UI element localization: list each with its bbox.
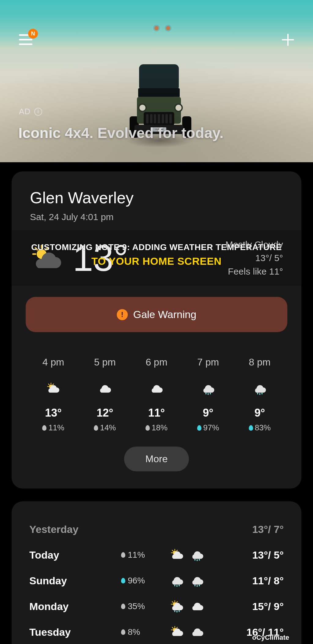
hour-icon	[131, 376, 182, 401]
decor-jeep: 1NJ 749	[131, 64, 190, 144]
hour-time: 4 pm	[28, 357, 79, 368]
hour-column[interactable]: 8 pm 9° 83%	[234, 357, 285, 432]
svg-line-8	[49, 384, 50, 385]
hour-temp: 9°	[182, 406, 234, 419]
day-hilo: 15°/ 9°	[231, 601, 284, 612]
precip-drop-icon	[121, 604, 125, 609]
hour-precip: 97%	[182, 423, 234, 432]
day-label: Sunday	[29, 575, 121, 587]
hour-precip: 11%	[28, 423, 79, 432]
svg-point-11	[208, 393, 209, 395]
ad-tag: AD	[19, 107, 31, 116]
add-location-button[interactable]	[282, 34, 294, 46]
hour-time: 6 pm	[131, 357, 182, 368]
location-name: Glen Waverley	[30, 189, 283, 207]
svg-point-22	[197, 559, 198, 561]
daily-forecast: Yesterday 13°/ 7° Today 11% 13°/ 5° Sund…	[12, 501, 301, 644]
day-icons	[170, 600, 231, 612]
hour-icon	[234, 376, 285, 401]
hour-icon	[28, 376, 79, 401]
day-icon-day	[170, 600, 184, 612]
svg-point-27	[194, 585, 196, 586]
hour-icon	[79, 376, 131, 401]
location-header: Glen Waverley Sat, 24 July 4:01 pm	[12, 171, 301, 230]
ad-info-icon[interactable]: i	[34, 108, 42, 116]
svg-point-35	[174, 610, 175, 612]
day-precip: 8%	[121, 627, 170, 637]
hour-column[interactable]: 7 pm 9° 97%	[182, 357, 234, 432]
svg-point-21	[194, 559, 196, 561]
day-icon-night	[190, 600, 204, 612]
day-icon-night	[190, 575, 204, 587]
watermark: oCyClimate	[252, 634, 289, 642]
svg-point-13	[257, 393, 258, 395]
day-row[interactable]: Monday 35% 15°/ 9°	[29, 593, 284, 619]
hour-time: 7 pm	[182, 357, 234, 368]
day-label: Monday	[29, 601, 121, 612]
ad-headline: Iconic 4x4. Evolved for today.	[18, 125, 223, 141]
hour-temp: 11°	[131, 406, 182, 419]
hour-precip: 18%	[131, 423, 182, 432]
current-feels-like: Feels like 11°	[226, 266, 283, 277]
day-precip: 35%	[121, 601, 170, 611]
hour-column[interactable]: 5 pm 12° 14%	[79, 357, 131, 432]
svg-point-24	[174, 585, 175, 586]
screen: 1NJ 749 N AD i Iconic 4x4. Evolved for t…	[0, 0, 313, 644]
menu-badge: N	[28, 29, 38, 39]
precip-drop-icon	[121, 552, 125, 558]
more-button[interactable]: More	[124, 447, 189, 471]
day-icon-night	[190, 549, 204, 561]
day-icons	[170, 626, 231, 638]
hour-precip: 14%	[79, 423, 131, 432]
precip-drop-icon	[94, 425, 98, 431]
decor-swimmers	[154, 26, 170, 30]
location-datetime: Sat, 24 July 4:01 pm	[30, 212, 283, 222]
ad-hero[interactable]: 1NJ 749 N AD i Iconic 4x4. Evolved for t…	[0, 0, 313, 162]
precip-drop-icon	[121, 578, 125, 583]
precip-drop-icon	[197, 425, 201, 431]
row-yesterday: Yesterday 13°/ 7°	[29, 517, 284, 542]
ad-label[interactable]: AD i	[19, 107, 42, 116]
svg-point-23	[199, 559, 200, 561]
svg-line-19	[172, 550, 173, 551]
svg-line-41	[172, 627, 173, 628]
svg-line-42	[177, 627, 178, 628]
video-overlay-line2: TO YOUR HOME SCREEN	[12, 255, 301, 267]
menu-button[interactable]: N	[19, 34, 32, 45]
svg-line-20	[177, 550, 178, 551]
hourly-forecast[interactable]: 4 pm 13° 11% 5 pm 12° 14% 6 pm 11° 18% 7…	[12, 343, 301, 439]
svg-line-33	[172, 601, 173, 602]
top-bar: N	[0, 0, 313, 46]
day-icon-day	[170, 626, 184, 638]
day-icon-day	[170, 549, 184, 561]
svg-point-37	[179, 610, 180, 612]
day-icons	[170, 549, 231, 561]
svg-point-12	[210, 393, 211, 395]
day-label: Tuesday	[29, 626, 121, 638]
hour-time: 5 pm	[79, 357, 131, 368]
day-hilo: 13°/ 5°	[231, 549, 284, 561]
svg-point-36	[176, 611, 178, 612]
day-precip: 96%	[121, 576, 170, 586]
svg-point-29	[199, 585, 200, 586]
hour-precip: 83%	[234, 423, 285, 432]
hour-column[interactable]: 4 pm 13° 11%	[28, 357, 79, 432]
weather-alert[interactable]: ! Gale Warning	[26, 297, 287, 332]
svg-point-25	[176, 585, 178, 587]
hour-column[interactable]: 6 pm 11° 18%	[131, 357, 182, 432]
day-row[interactable]: Sunday 96% 11°/ 8°	[29, 568, 284, 593]
svg-line-9	[53, 384, 54, 385]
current-card: Glen Waverley Sat, 24 July 4:01 pm	[12, 171, 301, 489]
svg-point-26	[179, 585, 180, 586]
svg-point-15	[261, 393, 263, 395]
precip-drop-icon	[121, 629, 125, 635]
svg-line-34	[177, 601, 178, 602]
content: Glen Waverley Sat, 24 July 4:01 pm	[0, 162, 313, 644]
day-icon-day	[170, 575, 184, 587]
day-row[interactable]: Today 11% 13°/ 5°	[29, 542, 284, 568]
decor-plate: 1NJ 749	[152, 127, 166, 132]
day-row[interactable]: Tuesday 8% 16°/ 11°	[29, 619, 284, 644]
svg-point-14	[259, 393, 260, 395]
video-overlay-line1: CUSTOMIZING NOTE 9: ADDING WEATHER TEMPE…	[12, 242, 301, 252]
day-hilo: 11°/ 8°	[231, 575, 284, 587]
